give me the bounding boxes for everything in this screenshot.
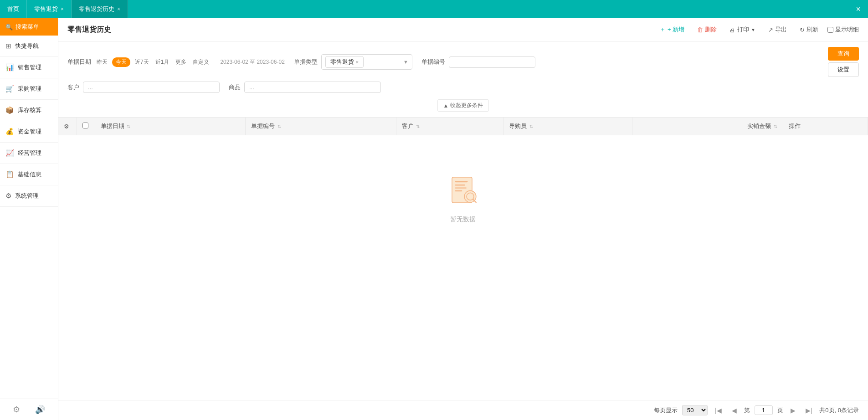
export-button[interactable]: ↗ 导出: [765, 24, 791, 36]
th-voucher-no[interactable]: 单据编号 ⇅: [246, 118, 396, 135]
export-icon: ↗: [768, 26, 773, 33]
svg-rect-4: [455, 190, 462, 191]
content-area: 零售退货历史 ＋ + 新增 🗑 删除 🖨 打印 ▼ ↗ 导出: [58, 18, 868, 420]
th-guide[interactable]: 导购员 ⇅: [503, 118, 632, 135]
toolbar: ＋ + 新增 🗑 删除 🖨 打印 ▼ ↗ 导出 ↻: [656, 24, 859, 36]
date-range-display: 2023-06-02 至 2023-06-02: [220, 58, 284, 66]
sidebar-item-finance[interactable]: 💰 资金管理: [0, 121, 58, 143]
new-button[interactable]: ＋ + 新增: [656, 24, 688, 36]
sidebar-item-basic-info[interactable]: 📋 基础信息: [0, 164, 58, 185]
customer-input[interactable]: [83, 82, 220, 93]
prev-page-button[interactable]: ◀: [729, 406, 740, 415]
sidebar-item-inventory[interactable]: 📦 库存核算: [0, 100, 58, 121]
empty-text: 暂无数据: [450, 215, 476, 224]
sidebar-item-system[interactable]: ⚙ 系统管理: [0, 185, 58, 207]
customer-filter: 客户: [67, 82, 220, 93]
per-page-select[interactable]: 50 100 200: [682, 405, 708, 415]
close-tab-retail-return[interactable]: ×: [61, 6, 64, 12]
collapse-icon: ▲: [443, 102, 449, 109]
sidebar-item-operations[interactable]: 📈 经营管理: [0, 143, 58, 164]
action-buttons: 查询 设置: [828, 47, 859, 77]
print-chevron-icon: ▼: [751, 27, 755, 32]
sidebar-item-sales[interactable]: 📊 销售管理: [0, 57, 58, 78]
delete-icon: 🗑: [697, 26, 703, 33]
next-page-button[interactable]: ▶: [788, 406, 798, 415]
table-container: ⚙ 单据日期 ⇅ 单据编号 ⇅ 客户 ⇅: [58, 118, 868, 400]
sort-guide-icon: ⇅: [529, 124, 533, 129]
date-opt-more[interactable]: 更多: [174, 57, 188, 67]
empty-state-icon: [445, 172, 481, 208]
quick-nav-icon: ⊞: [5, 42, 11, 50]
tab-retail-return-history[interactable]: 零售退货历史 ×: [72, 0, 128, 18]
date-filter: 单据日期 昨天 今天 近7天 近1月 更多 自定义: [67, 57, 211, 67]
th-date[interactable]: 单据日期 ⇅: [95, 118, 246, 135]
print-icon: 🖨: [729, 26, 735, 33]
type-select[interactable]: 零售退货 × ▼: [321, 54, 412, 70]
first-page-button[interactable]: |◀: [712, 406, 724, 415]
type-label: 单据类型: [294, 58, 318, 66]
show-detail-checkbox-label[interactable]: 显示明细: [827, 26, 859, 34]
sidebar: 🔍 搜索菜单 ⊞ 快捷导航 📊 销售管理 🛒 采购管理 📦 库存核算 💰 资金管…: [0, 18, 58, 420]
goods-input[interactable]: [244, 82, 381, 93]
main-layout: 🔍 搜索菜单 ⊞ 快捷导航 📊 销售管理 🛒 采购管理 📦 库存核算 💰 资金管…: [0, 18, 868, 420]
finance-icon: 💰: [5, 128, 14, 136]
date-opt-today[interactable]: 今天: [112, 57, 130, 67]
type-tag: 零售退货 ×: [325, 56, 364, 68]
close-tab-retail-return-history[interactable]: ×: [117, 6, 120, 12]
page-input[interactable]: [755, 405, 773, 415]
system-icon: ⚙: [5, 192, 11, 200]
new-icon: ＋: [660, 26, 666, 34]
th-settings[interactable]: ⚙: [58, 118, 77, 135]
last-page-button[interactable]: ▶|: [803, 406, 815, 415]
filter-row-1: 单据日期 昨天 今天 近7天 近1月 更多 自定义 2023-06-02 至 2…: [67, 47, 859, 77]
date-options: 昨天 今天 近7天 近1月 更多 自定义: [95, 57, 211, 67]
tab-home[interactable]: 首页: [0, 0, 27, 18]
refresh-button[interactable]: ↻ 刷新: [796, 24, 822, 36]
th-checkbox[interactable]: [77, 118, 95, 135]
tab-retail-return[interactable]: 零售退货 ×: [27, 0, 72, 18]
type-tag-remove[interactable]: ×: [356, 59, 359, 65]
show-detail-checkbox[interactable]: [827, 27, 833, 33]
date-opt-1month[interactable]: 近1月: [154, 57, 171, 67]
date-label: 单据日期: [67, 58, 91, 66]
page-label: 第: [744, 406, 750, 415]
sidebar-bottom: ⚙ 🔊: [0, 399, 58, 420]
setting-button[interactable]: 设置: [828, 62, 859, 77]
type-select-chevron: ▼: [403, 59, 408, 65]
filter-actions: 查询 设置: [828, 47, 859, 77]
print-button[interactable]: 🖨 打印 ▼: [726, 24, 759, 36]
page-unit-label: 页: [777, 406, 783, 415]
top-bar: 首页 零售退货 × 零售退货历史 × ×: [0, 0, 868, 18]
date-opt-7days[interactable]: 近7天: [133, 57, 151, 67]
delete-button[interactable]: 🗑 删除: [693, 24, 720, 36]
sidebar-item-purchase[interactable]: 🛒 采购管理: [0, 78, 58, 100]
close-window-button[interactable]: ×: [848, 5, 868, 14]
sort-voucher-icon: ⇅: [277, 124, 281, 129]
sort-customer-icon: ⇅: [416, 124, 420, 129]
sidebar-search[interactable]: 🔍 搜索菜单: [0, 18, 58, 36]
svg-rect-3: [455, 187, 467, 188]
operations-icon: 📈: [5, 149, 14, 157]
empty-state: 暂无数据: [58, 135, 868, 260]
select-all-checkbox[interactable]: [82, 123, 88, 128]
query-button[interactable]: 查询: [828, 47, 859, 61]
basic-info-icon: 📋: [5, 170, 14, 179]
svg-rect-2: [455, 184, 465, 185]
filter-collapse-button[interactable]: ▲ 收起更多条件: [437, 99, 489, 112]
type-filter: 单据类型 零售退货 × ▼: [294, 54, 412, 70]
date-opt-yesterday[interactable]: 昨天: [95, 57, 109, 67]
page-header: 零售退货历史 ＋ + 新增 🗑 删除 🖨 打印 ▼ ↗ 导出: [58, 18, 868, 41]
sort-amount-icon: ⇅: [774, 124, 777, 129]
search-icon: 🔍: [5, 24, 13, 31]
volume-icon[interactable]: 🔊: [35, 405, 45, 415]
settings-icon[interactable]: ⚙: [13, 405, 20, 415]
th-amount[interactable]: 实销金额 ⇅: [632, 118, 783, 135]
voucher-input[interactable]: [449, 56, 535, 68]
th-customer[interactable]: 客户 ⇅: [396, 118, 503, 135]
voucher-label: 单据编号: [421, 58, 445, 66]
sales-icon: 📊: [5, 63, 14, 72]
date-opt-custom[interactable]: 自定义: [191, 57, 211, 67]
page-title: 零售退货历史: [67, 25, 111, 35]
sidebar-item-quick-nav[interactable]: ⊞ 快捷导航: [0, 36, 58, 57]
tab-list: 首页 零售退货 × 零售退货历史 ×: [0, 0, 848, 18]
